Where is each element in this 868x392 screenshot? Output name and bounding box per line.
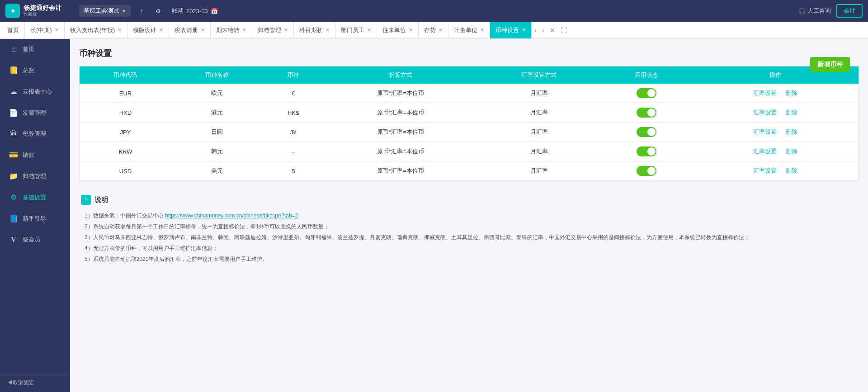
tab-mid-close[interactable]: ✕ xyxy=(55,27,59,33)
sidebar-item-ledger[interactable]: 📒 总账 xyxy=(0,60,70,81)
delete-link-1[interactable]: 删除 xyxy=(786,109,797,116)
rate-setting-link-0[interactable]: 汇率设置 xyxy=(753,90,777,96)
tab-prev-btn[interactable]: ‹ xyxy=(532,27,539,34)
tab-tax[interactable]: 税表清册 ✕ xyxy=(169,22,211,39)
tab-subject-label: 科目期初 xyxy=(299,26,323,34)
unpin-label: ◀取消固定 xyxy=(7,379,34,387)
logo-sub: 旗舰版 xyxy=(24,11,61,18)
logo-area: ✦ 畅捷通好会计 旗舰版 xyxy=(5,4,75,18)
tab-period-end[interactable]: 期末结转 ✕ xyxy=(211,22,252,39)
tab-inventory[interactable]: 存货 ✕ xyxy=(419,22,448,39)
sidebar-item-archive[interactable]: 📁 归档管理 xyxy=(0,165,70,187)
table-header-row: 币种代码 币种名称 币符 折算方式 汇率设置方式 启用状态 操作 xyxy=(80,66,859,84)
tab-currency[interactable]: 币种设置 ✕ xyxy=(490,22,532,39)
toggle-2[interactable] xyxy=(637,127,656,137)
customer-service[interactable]: 🎧 人工咨询 xyxy=(798,7,831,15)
sidebar-item-home[interactable]: ⌂ 首页 xyxy=(0,39,70,60)
note-icon: ≡ xyxy=(81,195,91,205)
archive-icon: 📁 xyxy=(9,172,18,180)
tab-mid-label: 长(中期) xyxy=(30,26,52,34)
note-item-1: 2）系统自动获取每月第一个工作日的汇率标价，统一为直接标价法，即1外币可以兑换的… xyxy=(85,221,857,232)
cell-calc-4: 原币*汇率=本位币 xyxy=(323,161,477,181)
note-list: 1）数据来源：中国外汇交易中心 https://www.chinamoney.c… xyxy=(81,210,857,264)
tab-unit-close[interactable]: ✕ xyxy=(480,27,484,33)
main-layout: ⌂ 首页 📒 总账 ☁ 云报表中心 📄 发票管理 🏛 税务管理 💳 结账 📁 归… xyxy=(0,39,868,392)
tab-dept[interactable]: 部门员工 ✕ xyxy=(335,22,377,39)
calendar-icon[interactable]: 📅 xyxy=(211,8,218,14)
cell-symbol-0: € xyxy=(263,84,324,103)
tab-inventory-close[interactable]: ✕ xyxy=(439,27,443,33)
add-btn[interactable]: ＋ xyxy=(135,5,148,17)
tab-currency-close[interactable]: ✕ xyxy=(522,27,526,33)
rate-setting-link-4[interactable]: 汇率设置 xyxy=(753,167,777,174)
tab-subject-close[interactable]: ✕ xyxy=(326,27,330,33)
tab-home-label: 首页 xyxy=(7,26,19,34)
cell-symbol-4: $ xyxy=(263,161,324,181)
toggle-1[interactable] xyxy=(637,108,656,118)
toggle-4[interactable] xyxy=(637,166,656,176)
tab-currency-label: 币种设置 xyxy=(495,26,519,34)
cell-rate-2: 月汇率 xyxy=(477,123,600,142)
toggle-3[interactable] xyxy=(637,146,656,156)
tab-close-all-btn[interactable]: ✕ xyxy=(547,27,558,34)
sidebar-item-invoice[interactable]: 📄 发票管理 xyxy=(0,102,70,123)
tab-archive-close[interactable]: ✕ xyxy=(284,27,288,33)
sidebar-item-settle[interactable]: 💳 结账 xyxy=(0,144,70,165)
delete-link-4[interactable]: 删除 xyxy=(786,167,797,174)
cell-code-2: JPY xyxy=(80,123,171,142)
tab-home[interactable]: 首页 xyxy=(2,22,25,39)
tab-dept-close[interactable]: ✕ xyxy=(367,27,371,33)
company-dropdown-icon: ▼ xyxy=(122,9,126,14)
rate-setting-link-2[interactable]: 汇率设置 xyxy=(753,128,777,135)
table-row: HKD 港元 HK$ 原币*汇率=本位币 月汇率 汇率设置 删除 xyxy=(80,103,859,123)
th-symbol: 币符 xyxy=(263,66,324,84)
tab-contact-close[interactable]: ✕ xyxy=(409,27,413,33)
tab-archive[interactable]: 归档管理 ✕ xyxy=(252,22,294,39)
sidebar-item-reports[interactable]: ☁ 云报表中心 xyxy=(0,81,70,102)
th-calc: 折算方式 xyxy=(323,66,477,84)
rate-setting-link-1[interactable]: 汇率设置 xyxy=(753,109,777,116)
currency-table-body: EUR 欧元 € 原币*汇率=本位币 月汇率 汇率设置 删除 HKD 港元 HK… xyxy=(80,84,859,181)
cell-status-1 xyxy=(601,103,693,123)
top-header: ✦ 畅捷通好会计 旗舰版 基层工会测试 ▼ ＋ ⚙ 账期 2023-03 📅 🎧… xyxy=(0,0,868,22)
tab-income-close[interactable]: ✕ xyxy=(118,27,122,33)
note-item-4: 5）系统只能自动抓取2021年度后的汇率，之前年度汇率需要用户手工维护。 xyxy=(85,254,857,264)
sidebar-item-tax[interactable]: 🏛 税务管理 xyxy=(0,123,70,144)
tab-next-btn[interactable]: › xyxy=(539,27,547,34)
tab-template[interactable]: 模版设计 ✕ xyxy=(127,22,169,39)
cell-name-2: 日圆 xyxy=(171,123,263,142)
sidebar-item-member[interactable]: V 畅会员 xyxy=(0,229,70,250)
tab-mid[interactable]: 长(中期) ✕ xyxy=(25,22,65,39)
tab-contact[interactable]: 往来单位 ✕ xyxy=(377,22,419,39)
tab-template-close[interactable]: ✕ xyxy=(159,27,163,33)
cell-name-1: 港元 xyxy=(171,103,263,123)
logo-icon: ✦ xyxy=(5,4,20,18)
tab-inventory-label: 存货 xyxy=(424,26,436,34)
sidebar-unpin[interactable]: ◀取消固定 xyxy=(0,373,70,392)
cell-name-3: 韩元 xyxy=(171,142,263,161)
delete-link-2[interactable]: 删除 xyxy=(786,128,797,135)
delete-link-3[interactable]: 删除 xyxy=(786,148,797,155)
company-selector[interactable]: 基层工会测试 ▼ xyxy=(79,5,131,17)
invoice-icon: 📄 xyxy=(9,109,18,117)
note-title-text: 说明 xyxy=(94,196,108,204)
tab-expand-btn[interactable]: ⛶ xyxy=(558,27,570,34)
tab-income[interactable]: 收入支出表(年报) ✕ xyxy=(65,22,128,39)
sidebar-item-guide[interactable]: 📘 新手引导 xyxy=(0,208,70,229)
note-link-0[interactable]: https://www.chinamoney.com.cn/chinese/bk… xyxy=(165,213,298,219)
new-currency-button[interactable]: 新增币种 xyxy=(810,57,850,72)
rate-setting-link-3[interactable]: 汇率设置 xyxy=(753,148,777,155)
tab-template-label: 模版设计 xyxy=(133,26,156,34)
tab-tax-close[interactable]: ✕ xyxy=(201,27,205,33)
settings-btn[interactable]: ⚙ xyxy=(152,6,165,16)
sidebar-item-basic[interactable]: ⚙ 基础设置 xyxy=(0,187,70,208)
tab-unit[interactable]: 计量单位 ✕ xyxy=(448,22,490,39)
tab-period-end-close[interactable]: ✕ xyxy=(242,27,246,33)
cell-name-4: 美元 xyxy=(171,161,263,181)
toggle-0[interactable] xyxy=(637,88,656,98)
delete-link-0[interactable]: 删除 xyxy=(786,90,797,96)
tab-subject[interactable]: 科目期初 ✕ xyxy=(294,22,335,39)
cell-status-3 xyxy=(601,142,693,161)
account-button[interactable]: 会计 xyxy=(836,4,863,18)
cell-status-0 xyxy=(601,84,693,103)
